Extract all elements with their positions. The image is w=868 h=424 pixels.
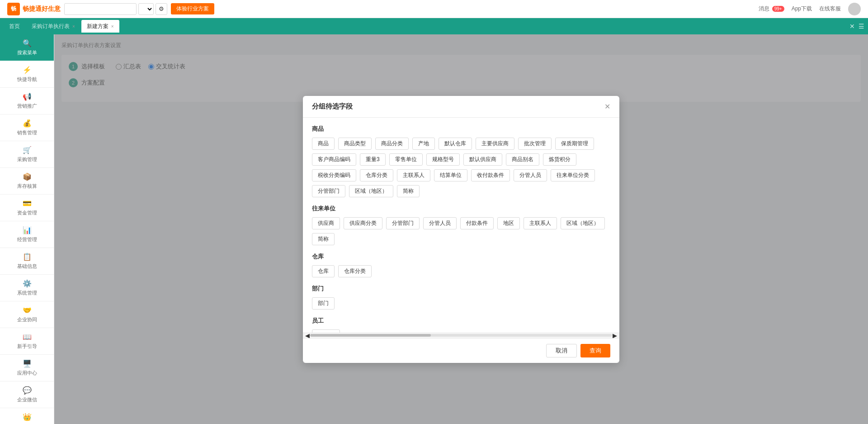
field-payment-cond[interactable]: 付款条件	[460, 217, 494, 229]
field-short-name-partner[interactable]: 简称	[312, 233, 335, 245]
field-tax-code[interactable]: 税收分类编码	[312, 169, 356, 181]
field-warehouse-category[interactable]: 仓库分类	[360, 169, 393, 181]
sidebar-label-collab: 企业协同	[17, 316, 37, 323]
section-warehouse-fields: 仓库 仓库分类	[312, 265, 610, 277]
field-settlement-unit[interactable]: 结算单位	[434, 169, 467, 181]
field-main-contact[interactable]: 主联系人	[397, 169, 430, 181]
tab-purchase-close[interactable]: ×	[72, 24, 75, 29]
hscroll-thumb[interactable]	[310, 334, 431, 337]
sidebar-label-inventory: 库存核算	[17, 183, 37, 190]
marketing-icon: 📢	[23, 92, 32, 101]
sidebar-item-wechat[interactable]: 💬 企业微信	[0, 381, 54, 408]
sidebar-item-appcenter[interactable]: 🖥️ 应用中心	[0, 355, 54, 381]
search-dropdown[interactable]	[138, 3, 154, 15]
section-staff-title: 员工	[312, 317, 610, 325]
section-goods-title: 商品	[312, 125, 610, 133]
tab-purchase-order[interactable]: 采购订单执行表 ×	[26, 20, 80, 33]
field-batch-mgmt[interactable]: 批次管理	[518, 138, 552, 150]
field-origin[interactable]: 产地	[412, 138, 435, 150]
sidebar-item-search[interactable]: 🔍 搜索菜单	[0, 34, 54, 61]
field-goods-type[interactable]: 商品类型	[338, 138, 372, 150]
sidebar-item-operations[interactable]: 📊 经营管理	[0, 221, 54, 248]
field-main-supplier[interactable]: 主要供应商	[476, 138, 514, 150]
sidebar-item-collab[interactable]: 🤝 企业协同	[0, 301, 54, 328]
field-goods[interactable]: 商品	[312, 138, 335, 150]
sidebar-item-basics[interactable]: 📋 基础信息	[0, 248, 54, 275]
tab-home[interactable]: 首页	[4, 20, 25, 33]
field-responsible-person[interactable]: 分管人员	[514, 169, 547, 181]
tab-new-plan-close[interactable]: ×	[111, 24, 114, 29]
field-payment-terms[interactable]: 收付款条件	[471, 169, 510, 181]
sidebar-item-purchase[interactable]: 🛒 采购管理	[0, 141, 54, 168]
field-customer-code[interactable]: 客户商品编码	[312, 153, 356, 166]
field-default-warehouse[interactable]: 默认仓库	[439, 138, 472, 150]
field-dept-partner[interactable]: 分管部门	[386, 217, 420, 229]
sidebar-item-finance[interactable]: 💳 资金管理	[0, 195, 54, 221]
content-area: 采购订单执行表方案设置 1 选择模板 汇总表 交叉统计表 2 方案配置 分组	[54, 34, 868, 424]
system-icon: ⚙️	[23, 279, 32, 288]
field-goods-alias[interactable]: 商品别名	[506, 153, 539, 166]
sidebar-label-appcenter: 应用中心	[17, 370, 37, 376]
quicknav-icon: ⚡	[23, 66, 32, 74]
search-input[interactable]	[64, 3, 137, 15]
online-support-link[interactable]: 在线客服	[819, 5, 841, 13]
field-default-supplier[interactable]: 默认供应商	[463, 153, 502, 166]
sidebar-item-sales[interactable]: 💰 销售管理	[0, 114, 54, 141]
field-weight3[interactable]: 重量3	[360, 153, 386, 166]
sidebar-item-member[interactable]: 👑 畅会员	[0, 408, 54, 424]
field-points[interactable]: 炼货积分	[543, 153, 576, 166]
field-supplier[interactable]: 供应商	[312, 217, 340, 229]
field-short-name-goods[interactable]: 简称	[397, 185, 420, 197]
collab-icon: 🤝	[23, 306, 32, 314]
sidebar-label-basics: 基础信息	[17, 263, 37, 270]
sidebar-label-sales: 销售管理	[17, 129, 37, 136]
field-region-goods[interactable]: 区域（地区）	[349, 185, 393, 197]
sidebar-item-marketing[interactable]: 📢 营销推广	[0, 88, 54, 114]
section-goods: 商品 商品 商品类型 商品分类 产地 默认仓库 主要供应商 批次管理 保质期管理…	[312, 125, 610, 197]
field-expiry-mgmt[interactable]: 保质期管理	[555, 138, 594, 150]
section-staff-fields: 业务员	[312, 329, 610, 333]
field-salesperson[interactable]: 业务员	[312, 329, 340, 333]
cancel-button[interactable]: 取消	[546, 344, 577, 357]
tab-new-plan[interactable]: 新建方案 ×	[81, 20, 119, 33]
gear-button[interactable]: ⚙	[156, 3, 167, 15]
field-partner-category[interactable]: 往来单位分类	[551, 169, 595, 181]
notification-link[interactable]: 消息 99+	[759, 5, 784, 13]
avatar[interactable]	[848, 3, 861, 15]
sidebar-label-guide: 新手引导	[17, 343, 37, 350]
sidebar-label-wechat: 企业微信	[17, 396, 37, 403]
sidebar-label-search: 搜索菜单	[17, 49, 37, 56]
tab-new-plan-label: 新建方案	[87, 23, 108, 30]
field-contact-partner[interactable]: 主联系人	[524, 217, 557, 229]
field-spec-model[interactable]: 规格型号	[426, 153, 460, 166]
member-icon: 👑	[23, 413, 32, 421]
field-goods-category[interactable]: 商品分类	[375, 138, 409, 150]
tab-bar-close[interactable]: ✕	[849, 23, 855, 30]
app-download-link[interactable]: App下载	[792, 5, 812, 13]
logo-icon: 畅	[7, 3, 20, 15]
tab-bar-menu[interactable]: ☰	[859, 23, 864, 30]
purchase-icon: 🛒	[23, 146, 32, 154]
modal-hscrollbar[interactable]: ◀ ▶	[303, 333, 619, 338]
field-region-partner[interactable]: 地区	[497, 217, 520, 229]
field-supplier-category[interactable]: 供应商分类	[344, 217, 382, 229]
confirm-button[interactable]: 查询	[580, 344, 610, 357]
field-dept[interactable]: 部门	[312, 297, 335, 310]
modal-overlay: 分组待选字段 ✕ 商品 商品 商品类型 商品分类 产地 默认仓库	[54, 34, 868, 424]
field-retail-unit[interactable]: 零售单位	[389, 153, 423, 166]
sales-icon: 💰	[23, 119, 32, 128]
field-dept-charge[interactable]: 分管部门	[312, 185, 345, 197]
trial-button[interactable]: 体验行业方案	[171, 3, 214, 14]
section-goods-fields: 商品 商品类型 商品分类 产地 默认仓库 主要供应商 批次管理 保质期管理 客户…	[312, 138, 610, 197]
topbar-left: 畅 畅捷通好生意 ⚙ 体验行业方案	[7, 3, 214, 15]
sidebar-item-inventory[interactable]: 📦 库存核算	[0, 168, 54, 195]
sidebar-item-system[interactable]: ⚙️ 系统管理	[0, 275, 54, 301]
sidebar-item-guide[interactable]: 📖 新手引导	[0, 328, 54, 355]
sidebar-item-quicknav[interactable]: ⚡ 快捷导航	[0, 61, 54, 88]
section-staff: 员工 业务员	[312, 317, 610, 333]
field-region2-partner[interactable]: 区域（地区）	[561, 217, 605, 229]
field-warehouse[interactable]: 仓库	[312, 265, 335, 277]
modal-close-button[interactable]: ✕	[604, 102, 610, 111]
field-person-partner[interactable]: 分管人员	[423, 217, 457, 229]
field-warehouse-cat[interactable]: 仓库分类	[338, 265, 372, 277]
